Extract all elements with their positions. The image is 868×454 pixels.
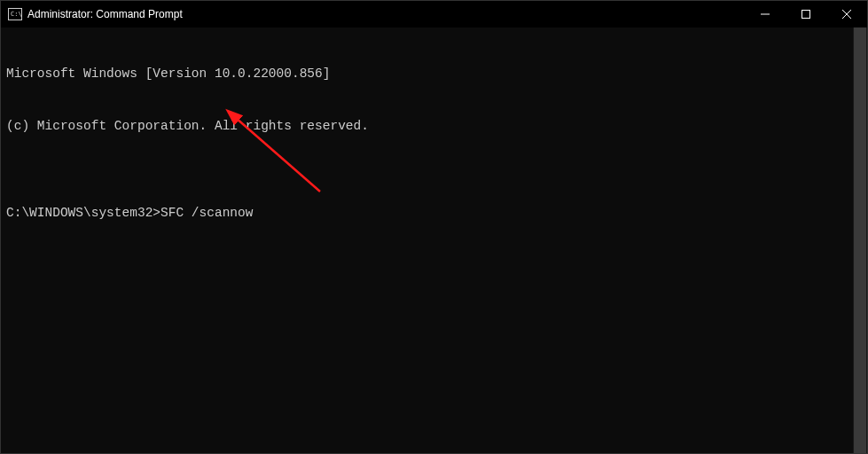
minimize-button[interactable] xyxy=(745,1,786,27)
terminal-output[interactable]: Microsoft Windows [Version 10.0.22000.85… xyxy=(1,27,867,453)
window-title: Administrator: Command Prompt xyxy=(27,8,183,20)
prompt-path: C:\WINDOWS\system32> xyxy=(6,205,160,223)
scrollbar[interactable] xyxy=(853,27,867,453)
typed-command: SFC /scannow xyxy=(160,205,253,223)
prompt-line: C:\WINDOWS\system32>SFC /scannow xyxy=(6,205,862,223)
close-button[interactable] xyxy=(826,1,867,27)
scrollbar-thumb[interactable] xyxy=(854,27,866,453)
minimize-icon xyxy=(761,10,770,19)
svg-rect-1 xyxy=(802,11,810,19)
titlebar[interactable]: C:\ Administrator: Command Prompt xyxy=(1,1,867,27)
cmd-icon: C:\ xyxy=(8,8,22,20)
maximize-icon xyxy=(802,10,810,19)
command-prompt-window: C:\ Administrator: Command Prompt xyxy=(0,0,868,454)
maximize-button[interactable] xyxy=(786,1,826,27)
window-controls xyxy=(745,1,867,27)
titlebar-left: C:\ Administrator: Command Prompt xyxy=(8,8,183,20)
close-icon xyxy=(842,10,851,19)
copyright-line: (c) Microsoft Corporation. All rights re… xyxy=(6,118,862,136)
version-line: Microsoft Windows [Version 10.0.22000.85… xyxy=(6,66,862,83)
